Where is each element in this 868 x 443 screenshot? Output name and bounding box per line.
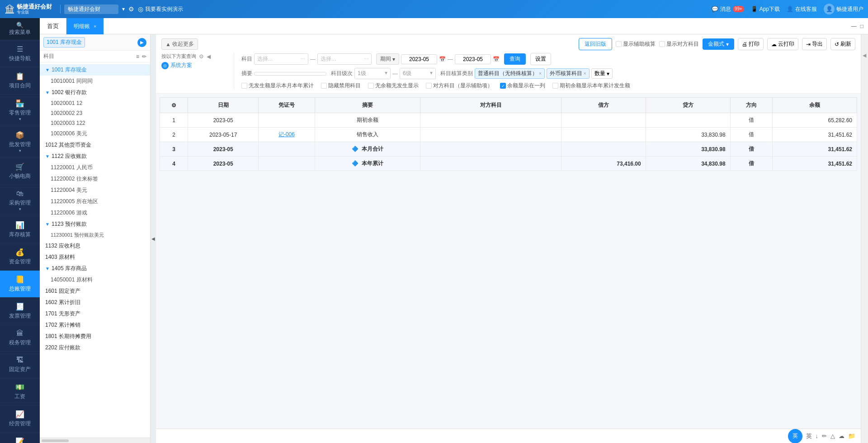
tree-container[interactable]: ▼ 1001 库存现金 10010001 同同同 ▼ 1002 银行存款 100… — [40, 62, 150, 438]
sidebar-item-purchase-mgmt[interactable]: 🛍 采购管理 ▾ — [0, 185, 40, 216]
ordinary-tag-close[interactable]: × — [539, 71, 542, 76]
show-aux-checkbox[interactable]: 显示辅助核算 — [616, 40, 656, 48]
tree-item-1002[interactable]: ▼ 1002 银行存款 — [40, 87, 150, 98]
scrollbar-thumb[interactable] — [42, 439, 69, 442]
query-collapse-icon[interactable]: ◀ — [207, 53, 211, 60]
amount-tag[interactable]: 数量 ▾ — [591, 68, 613, 79]
company-selector[interactable]: 畅捷通好会财 — [64, 5, 118, 14]
tree-item-1405[interactable]: ▼ 1405 库存商品 — [40, 263, 150, 274]
sidebar-item-fund-mgmt[interactable]: 💰 资金管理 — [0, 243, 40, 271]
period-end-input[interactable] — [455, 54, 491, 64]
bottom-icon-3[interactable]: ✏ — [822, 433, 827, 439]
tree-item-1702[interactable]: 1702 累计摊销 — [40, 319, 150, 331]
sidebar-item-invoice-mgmt[interactable]: 🧾 发票管理 — [0, 298, 40, 325]
panel-collapse-arrow[interactable]: ◀ — [151, 34, 156, 443]
tree-item-1012[interactable]: 1012 其他货币资金 — [40, 139, 150, 151]
minimize-icon[interactable]: — — [851, 23, 857, 29]
sidebar-item-quick-nav[interactable]: ☰ 快捷导航 — [0, 40, 40, 67]
tree-item-1701[interactable]: 1701 无形资产 — [40, 308, 150, 319]
subject-level-from[interactable]: 1级 ▾ — [354, 68, 391, 79]
tree-item-11220006[interactable]: 11220006 游戏 — [40, 207, 150, 219]
checkbox-opposite-subject[interactable]: 对方科目（显示辅助项） — [426, 82, 493, 90]
tab-close-icon[interactable]: × — [94, 18, 96, 34]
search-btn[interactable]: 查询 — [504, 53, 526, 65]
tree-item-11220002[interactable]: 11220002 往来标签 — [40, 173, 150, 185]
tree-toggle-1002[interactable]: ▼ — [45, 90, 50, 95]
bottom-icon-6[interactable]: 📁 — [848, 433, 855, 439]
tree-item-2202[interactable]: 2202 应付账款 — [40, 342, 150, 353]
tree-item-11220001[interactable]: 11220001 人民币 — [40, 162, 150, 173]
foreign-tag[interactable]: 外币核算科目 × — [547, 68, 590, 79]
tree-item-10020003[interactable]: 10020003 122 — [40, 118, 150, 128]
sidebar-item-wholesale-mgmt[interactable]: 📦 批发管理 ▾ — [0, 126, 40, 158]
amount-mode-btn[interactable]: 金额式 ▾ — [703, 38, 734, 50]
sidebar-item-operations-mgmt[interactable]: 📈 经营管理 — [0, 405, 40, 433]
period-start-input[interactable] — [401, 54, 437, 64]
app-download-action[interactable]: 📱 App下载 — [751, 5, 780, 13]
query-scheme-settings-icon[interactable]: ⚙ — [199, 53, 204, 60]
online-service-action[interactable]: 👤 在线客服 — [787, 5, 817, 13]
maximize-icon[interactable]: □ — [860, 23, 863, 29]
edit-icon[interactable]: ✏ — [142, 53, 146, 60]
gear-icon[interactable]: ⚙ — [128, 5, 134, 13]
voucher-link[interactable]: 记-006 — [278, 131, 295, 138]
user-profile[interactable]: 👤 畅捷通用户 — [824, 4, 863, 14]
tree-item-1801[interactable]: 1801 长期待摊费用 — [40, 331, 150, 342]
tree-item-1602[interactable]: 1602 累计折旧 — [40, 297, 150, 308]
tree-toggle-1001[interactable]: ▼ — [45, 67, 50, 72]
refresh-btn[interactable]: ↺ 刷新 — [830, 38, 855, 50]
sidebar-item-general-ledger[interactable]: 📒 总账管理 — [0, 271, 40, 298]
tree-item-1601[interactable]: 1601 固定资产 — [40, 286, 150, 297]
right-collapse-btn[interactable]: ◀ — [862, 52, 868, 58]
checkbox-hide-disabled[interactable]: 隐藏禁用科目 — [321, 82, 361, 90]
bottom-icon-2[interactable]: ↓ — [816, 433, 819, 439]
period-type-btn[interactable]: 期间 ▾ — [376, 53, 399, 65]
calendar-end-icon[interactable]: 📅 — [493, 56, 500, 62]
sidebar-search[interactable]: 🔍 搜索菜单 — [0, 18, 40, 40]
checkbox-no-balance2[interactable]: 无余额无发生显示 — [368, 82, 419, 90]
sidebar-item-fixed-assets[interactable]: 🏗 固定资产 — [0, 352, 40, 378]
bottom-icon-1[interactable]: 英 — [806, 432, 812, 440]
tree-item-1122[interactable]: ▼ 1122 应收账款 — [40, 151, 150, 162]
calendar-start-icon[interactable]: 📅 — [439, 56, 446, 62]
tab-home[interactable]: 首页 — [40, 18, 66, 34]
subject-level-to[interactable]: 6级 ▾ — [400, 68, 436, 79]
tree-item-10020002[interactable]: 10020002 23 — [40, 108, 150, 118]
tree-item-1123[interactable]: ▼ 1123 预付账款 — [40, 219, 150, 230]
tree-item-10020006[interactable]: 10020006 美元 — [40, 128, 150, 139]
foreign-tag-close[interactable]: × — [584, 71, 586, 76]
checkbox-opening-balance[interactable]: 期初余额显示本年累计发生额 — [552, 82, 630, 90]
collapse-btn[interactable]: ▲ 收起更多 — [161, 38, 198, 50]
return-old-version-btn[interactable]: 返回旧版 — [579, 38, 612, 50]
messages-action[interactable]: 💬 消息 99+ — [712, 5, 744, 13]
horizontal-scrollbar[interactable] — [40, 438, 150, 443]
tree-item-10020001[interactable]: 10020001 12 — [40, 98, 150, 108]
tree-item-1132[interactable]: 1132 应收利息 — [40, 240, 150, 252]
tree-toggle-1122[interactable]: ▼ — [45, 154, 50, 159]
list-view-icon[interactable]: ≡ — [136, 53, 139, 60]
summary-input[interactable] — [254, 72, 326, 76]
tree-item-1001[interactable]: ▼ 1001 库存现金 — [40, 64, 150, 76]
cloud-print-btn[interactable]: ☁ 云打印 — [767, 38, 798, 50]
tree-item-11220005[interactable]: 11220005 所在地区 — [40, 196, 150, 207]
sidebar-item-retail-mgmt[interactable]: 🏪 零售管理 ▾ — [0, 95, 40, 126]
settings-btn[interactable]: 设置 — [530, 53, 551, 65]
show-opposite-checkbox[interactable]: 显示对方科目 — [659, 40, 699, 48]
tree-item-14050001[interactable]: 14050001 原材料 — [40, 274, 150, 286]
ordinary-tag[interactable]: 普通科目（无特殊核算） × — [475, 68, 545, 79]
sidebar-item-project-contract[interactable]: 📋 项目合同 — [0, 67, 40, 95]
bottom-icon-4[interactable]: △ — [830, 433, 835, 439]
tree-item-11230001[interactable]: 11230001 预付账款美元 — [40, 230, 150, 240]
lang-btn[interactable]: 英 — [788, 429, 802, 443]
subject-input-to[interactable]: 选择... ··· — [317, 53, 372, 65]
table-area[interactable]: ⚙ 日期 凭证号 摘要 对方科目 借方 贷方 方向 余额 — [156, 94, 861, 429]
col-header-settings[interactable]: ⚙ — [160, 98, 188, 113]
tree-item-1403[interactable]: 1403 原材料 — [40, 252, 150, 263]
demo-link[interactable]: ◎ 我要看实例演示 — [138, 5, 183, 13]
nav-next-arrow[interactable]: ▶ — [137, 38, 146, 47]
print-btn[interactable]: 🖨 打印 — [738, 38, 764, 50]
sidebar-item-mini-ecommerce[interactable]: 🛒 小畅电商 — [0, 158, 40, 185]
bottom-icon-5[interactable]: ☁ — [839, 433, 844, 439]
tree-toggle-1123[interactable]: ▼ — [45, 222, 50, 227]
sidebar-item-mini-sales[interactable]: 📝 小畅报销 — [0, 433, 40, 443]
